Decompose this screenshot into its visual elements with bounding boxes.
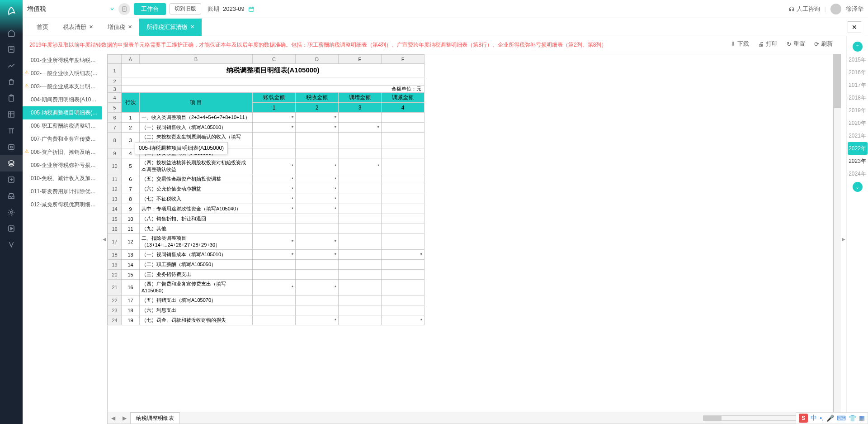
row-num-cell[interactable]: 14	[122, 260, 140, 270]
tab-close-icon[interactable]: ✕	[89, 24, 93, 30]
data-cell[interactable]	[382, 133, 425, 148]
tab-0[interactable]: 首页	[29, 19, 56, 36]
data-cell[interactable]	[339, 224, 382, 234]
user-avatar[interactable]	[830, 4, 841, 14]
item-name-cell[interactable]: （一）视同销售成本（填写A105010）	[140, 250, 253, 260]
data-cell[interactable]: *	[253, 158, 296, 174]
ime-menu-icon[interactable]: ▦	[859, 414, 865, 422]
row-header[interactable]: 24	[108, 315, 122, 325]
item-name-cell[interactable]: （四）广告费和业务宣传费支出（填写A105060）	[140, 280, 253, 295]
row-num-cell[interactable]: 18	[122, 305, 140, 315]
row-num-cell[interactable]: 10	[122, 214, 140, 224]
tabbar-close-button[interactable]: ✕	[848, 21, 861, 33]
data-cell[interactable]	[382, 158, 425, 174]
item-name-cell[interactable]: （二）职工薪酬（填写A105050）	[140, 260, 253, 270]
data-cell[interactable]	[253, 260, 296, 270]
data-cell[interactable]: *	[296, 234, 339, 250]
data-cell[interactable]: *	[296, 158, 339, 174]
row-header[interactable]: 15	[108, 214, 122, 224]
nav-chart-icon[interactable]	[0, 57, 23, 74]
data-cell[interactable]	[339, 260, 382, 270]
item-name-cell[interactable]: （六）公允价值变动净损益	[140, 184, 253, 194]
tab-3[interactable]: 所得税汇算清缴✕	[139, 19, 202, 36]
data-cell[interactable]	[339, 234, 382, 250]
expand-handle-right[interactable]: ▶	[841, 54, 846, 424]
print-button[interactable]: 🖨 打印	[758, 40, 778, 48]
row-header[interactable]: 14	[108, 204, 122, 214]
row-header[interactable]: 9	[108, 148, 122, 158]
row-num-cell[interactable]: 19	[122, 315, 140, 325]
row-num-cell[interactable]: 13	[122, 250, 140, 260]
row-num-cell[interactable]: 17	[122, 295, 140, 305]
row-num-cell[interactable]: 11	[122, 224, 140, 234]
data-cell[interactable]	[339, 250, 382, 260]
nav-play-icon[interactable]	[0, 220, 23, 237]
data-cell[interactable]	[296, 295, 339, 305]
data-cell[interactable]	[253, 305, 296, 315]
data-cell[interactable]	[296, 305, 339, 315]
ime-lang[interactable]: 中	[811, 414, 817, 422]
info-button[interactable]	[118, 3, 130, 15]
data-cell[interactable]: *	[296, 315, 339, 325]
item-name-cell[interactable]: （三）业务招待费支出	[140, 270, 253, 280]
data-cell[interactable]	[253, 315, 296, 325]
consult-link[interactable]: 人工咨询	[788, 5, 820, 13]
data-cell[interactable]	[382, 295, 425, 305]
nav-bag-icon[interactable]	[0, 74, 23, 90]
data-cell[interactable]	[296, 214, 339, 224]
download-button[interactable]: ⇩ 下载	[731, 40, 749, 48]
data-cell[interactable]	[382, 194, 425, 204]
data-cell[interactable]	[253, 295, 296, 305]
row-header[interactable]: 10	[108, 158, 122, 174]
tree-item-3[interactable]: 004-期间费用明细表(A1040...	[23, 93, 102, 106]
col-header[interactable]: A	[122, 55, 140, 64]
data-cell[interactable]	[253, 133, 296, 148]
year-2015年[interactable]: 2015年	[848, 53, 868, 66]
year-2021年[interactable]: 2021年	[848, 129, 868, 142]
row-num-cell[interactable]: 8	[122, 194, 140, 204]
data-cell[interactable]	[339, 280, 382, 295]
row-num-cell[interactable]: 1	[122, 113, 140, 123]
row-num-cell[interactable]: 7	[122, 184, 140, 194]
data-cell[interactable]	[339, 214, 382, 224]
data-cell[interactable]	[339, 133, 382, 148]
nav-inbox-icon[interactable]	[0, 188, 23, 204]
data-cell[interactable]: *	[253, 184, 296, 194]
item-name-cell[interactable]: 一、收入类调整项目（2+3+4+5+6+7+8+10+11）	[140, 113, 253, 123]
data-cell[interactable]: *	[382, 250, 425, 260]
year-2023年[interactable]: 2023年	[848, 155, 868, 167]
nav-safe-icon[interactable]	[0, 139, 23, 155]
tree-item-2[interactable]: ⚠003-一般企业成本支出明细...	[23, 80, 102, 93]
data-cell[interactable]: *	[339, 158, 382, 174]
ime-skin-icon[interactable]: 👕	[849, 414, 856, 422]
col-header[interactable]	[108, 55, 122, 64]
item-name-cell[interactable]: （五）交易性金融资产初始投资调整	[140, 174, 253, 184]
row-header[interactable]: 22	[108, 295, 122, 305]
data-cell[interactable]: *	[296, 194, 339, 204]
nav-text-icon[interactable]	[0, 123, 23, 139]
period-value[interactable]: 2023-09	[223, 5, 245, 12]
tree-item-6[interactable]: 007-广告费和业务宣传费跨...	[23, 133, 102, 146]
data-cell[interactable]	[339, 174, 382, 184]
data-cell[interactable]	[339, 148, 382, 158]
data-cell[interactable]	[382, 113, 425, 123]
ime-keyboard-icon[interactable]: ⌨	[837, 414, 846, 422]
data-cell[interactable]	[382, 184, 425, 194]
data-cell[interactable]: *	[253, 250, 296, 260]
ime-logo-icon[interactable]: S	[799, 414, 808, 423]
tab-1[interactable]: 税表清册✕	[56, 19, 100, 36]
col-header[interactable]: B	[140, 55, 253, 64]
data-cell[interactable]	[296, 270, 339, 280]
data-cell[interactable]	[339, 204, 382, 214]
collapse-handle[interactable]: ◀	[102, 54, 107, 424]
data-cell[interactable]	[339, 184, 382, 194]
col-header[interactable]: D	[296, 55, 339, 64]
data-cell[interactable]	[339, 305, 382, 315]
row-header[interactable]: 13	[108, 194, 122, 204]
item-name-cell[interactable]: （七）罚金、罚款和被没收财物的损失	[140, 315, 253, 325]
data-cell[interactable]: *	[253, 280, 296, 295]
tree-item-11[interactable]: 012-减免所得税优惠明细表(...	[23, 198, 102, 211]
item-name-cell[interactable]: （八）销售折扣、折让和退回	[140, 214, 253, 224]
data-cell[interactable]: *	[382, 315, 425, 325]
data-cell[interactable]: *	[253, 113, 296, 123]
